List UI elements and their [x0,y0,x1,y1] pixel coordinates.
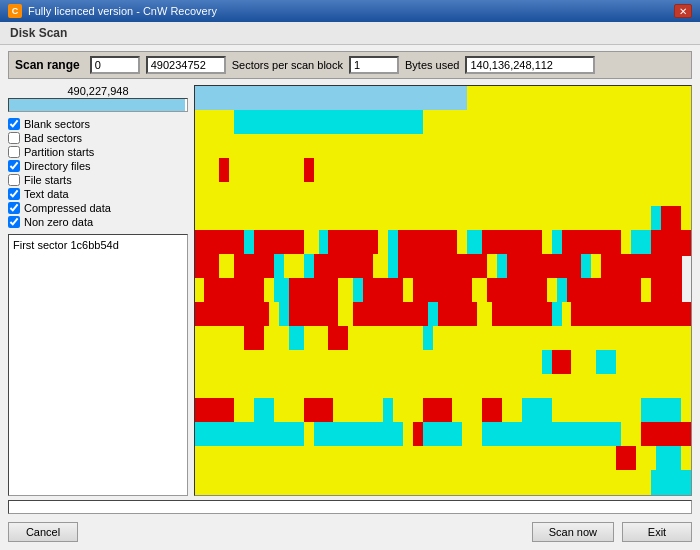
scan-canvas [195,86,691,495]
scan-start-input[interactable] [90,56,140,74]
close-button[interactable]: ✕ [674,4,692,18]
content-area: Scan range Sectors per scan block Bytes … [0,45,700,550]
checkbox-partition-input[interactable] [8,146,20,158]
sectors-label: Sectors per scan block [232,59,343,71]
main-row: 490,227,948 Blank sectors Bad sectors Pa… [8,85,692,496]
bytes-input[interactable] [465,56,595,74]
viz-container [194,85,692,496]
dialog-title: Disk Scan [0,22,700,45]
progress-area: 490,227,948 [8,85,188,112]
bottom-progress [8,500,692,514]
checkbox-blank: Blank sectors [8,118,188,130]
checkbox-directory: Directory files [8,160,188,172]
button-row: Cancel Scan now Exit [8,518,692,544]
progress-value: 490,227,948 [8,85,188,97]
window-body: Disk Scan Scan range Sectors per scan bl… [0,22,700,550]
info-box-text: First sector 1c6bb54d [13,239,119,251]
checkbox-blank-input[interactable] [8,118,20,130]
checkbox-file-label: File starts [24,174,72,186]
left-panel: 490,227,948 Blank sectors Bad sectors Pa… [8,85,188,496]
checkbox-blank-label: Blank sectors [24,118,90,130]
checkbox-partition-label: Partition starts [24,146,94,158]
checkbox-text: Text data [8,188,188,200]
checkbox-bad-input[interactable] [8,132,20,144]
checkbox-nonzero-label: Non zero data [24,216,93,228]
app-icon: C [8,4,22,18]
sectors-input[interactable] [349,56,399,74]
checkbox-file: File starts [8,174,188,186]
btn-group-right: Scan now Exit [532,522,692,542]
progress-bar-fill [9,99,185,111]
checkbox-bad: Bad sectors [8,132,188,144]
checkbox-directory-input[interactable] [8,160,20,172]
title-bar-left: C Fully licenced version - CnW Recovery [8,4,217,18]
window-title: Fully licenced version - CnW Recovery [28,5,217,17]
scan-end-input[interactable] [146,56,226,74]
checkbox-compressed-label: Compressed data [24,202,111,214]
info-box: First sector 1c6bb54d [8,234,188,496]
scan-now-button[interactable]: Scan now [532,522,614,542]
checkbox-text-label: Text data [24,188,69,200]
checkbox-bad-label: Bad sectors [24,132,82,144]
checkbox-text-input[interactable] [8,188,20,200]
bytes-label: Bytes used [405,59,459,71]
checkbox-partition: Partition starts [8,146,188,158]
checkbox-compressed-input[interactable] [8,202,20,214]
checkbox-nonzero-input[interactable] [8,216,20,228]
checkbox-compressed: Compressed data [8,202,188,214]
bottom-area: Cancel Scan now Exit [8,500,692,544]
right-panel [194,85,692,496]
exit-button[interactable]: Exit [622,522,692,542]
checkbox-directory-label: Directory files [24,160,91,172]
scan-range-row: Scan range Sectors per scan block Bytes … [8,51,692,79]
title-bar: C Fully licenced version - CnW Recovery … [0,0,700,22]
progress-bar-container [8,98,188,112]
scan-range-label: Scan range [15,58,80,72]
checkbox-file-input[interactable] [8,174,20,186]
cancel-button[interactable]: Cancel [8,522,78,542]
checkbox-nonzero: Non zero data [8,216,188,228]
